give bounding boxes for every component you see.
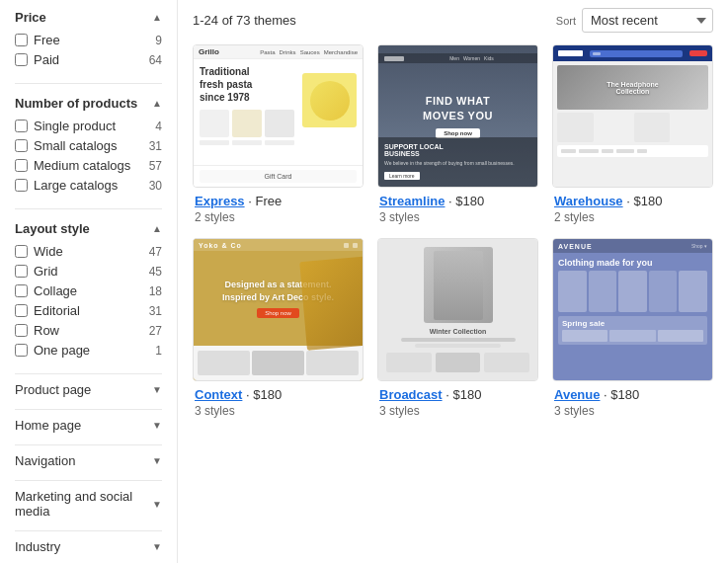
chevron-up-icon-num-products: ▲ — [152, 98, 162, 109]
filter-count-small-catalogs: 31 — [149, 139, 162, 153]
theme-price-warehouse: · $180 — [626, 194, 662, 208]
collapsible-home-page[interactable]: Home page ▼ — [15, 409, 162, 441]
filter-label-wide[interactable]: Wide — [34, 244, 149, 259]
theme-card-avenue[interactable]: AVENUE Shop ▾ Clothing made for you — [552, 238, 713, 418]
theme-thumbnail-express: Grillo Pasta Drinks Sauces Merchandise — [193, 44, 364, 188]
theme-info-warehouse: Warehouse · $180 2 styles — [552, 194, 713, 224]
collapsible-title-industry[interactable]: Industry ▼ — [15, 530, 162, 562]
filter-label-grid[interactable]: Grid — [34, 264, 149, 279]
theme-name-broadcast[interactable]: Broadcast — [379, 387, 443, 402]
checkbox-large-catalogs[interactable] — [15, 179, 28, 192]
theme-name-price-warehouse: Warehouse · $180 — [554, 194, 711, 208]
divider-1 — [15, 83, 162, 84]
checkbox-wide[interactable] — [15, 245, 28, 258]
checkbox-single-product[interactable] — [15, 120, 28, 132]
filter-title-price[interactable]: Price ▲ — [15, 10, 162, 25]
results-count: 1-24 of 73 themes — [193, 13, 296, 28]
checkbox-row[interactable] — [15, 324, 28, 337]
theme-name-price-avenue: Avenue · $180 — [554, 387, 711, 402]
filter-count-paid: 64 — [149, 53, 162, 67]
checkbox-small-catalogs[interactable] — [15, 139, 28, 152]
theme-card-warehouse[interactable]: The HeadphoneCollection — [552, 44, 713, 224]
theme-info-broadcast: Broadcast · $180 3 styles — [377, 387, 538, 418]
theme-price-context: · $180 — [246, 387, 282, 402]
theme-price-express: · Free — [248, 194, 282, 208]
checkbox-editorial[interactable] — [15, 304, 28, 317]
filter-label-large-catalogs[interactable]: Large catalogs — [34, 178, 149, 193]
collapsible-title-marketing[interactable]: Marketing and social media ▼ — [15, 480, 162, 526]
theme-card-context[interactable]: Yoko & Co Designed as a statement.Inspir… — [193, 238, 364, 418]
collapsible-navigation[interactable]: Navigation ▼ — [15, 444, 162, 476]
filter-item-wide: Wide 47 — [15, 244, 162, 259]
filter-item-editorial: Editorial 31 — [15, 303, 162, 318]
theme-name-express[interactable]: Express — [195, 194, 245, 208]
checkbox-one-page[interactable] — [15, 344, 28, 357]
theme-styles-express: 2 styles — [195, 210, 362, 224]
theme-price-streamline: · $180 — [448, 194, 484, 208]
collapsible-industry[interactable]: Industry ▼ — [15, 530, 162, 562]
filter-count-one-page: 1 — [155, 344, 162, 358]
theme-card-express[interactable]: Grillo Pasta Drinks Sauces Merchandise — [193, 44, 364, 224]
filter-label-paid[interactable]: Paid — [34, 52, 149, 67]
filter-label-single[interactable]: Single product — [34, 119, 155, 133]
theme-name-avenue[interactable]: Avenue — [554, 387, 600, 402]
theme-name-warehouse[interactable]: Warehouse — [554, 194, 623, 208]
filter-item-grid: Grid 45 — [15, 264, 162, 279]
checkbox-free[interactable] — [15, 34, 28, 46]
theme-name-context[interactable]: Context — [195, 387, 242, 402]
theme-thumbnail-avenue: AVENUE Shop ▾ Clothing made for you — [552, 238, 713, 381]
filter-title-label-price: Price — [15, 10, 46, 25]
collapsible-product-page[interactable]: Product page ▼ — [15, 373, 162, 405]
themes-grid: Grillo Pasta Drinks Sauces Merchandise — [193, 44, 713, 418]
filter-title-label-layout: Layout style — [15, 221, 90, 236]
filter-item-free: Free 9 — [15, 33, 162, 47]
chevron-down-icon-home-page: ▼ — [152, 420, 162, 431]
theme-info-context: Context · $180 3 styles — [193, 387, 364, 418]
filter-section-price: Price ▲ Free 9 Paid 64 — [15, 10, 162, 67]
theme-name-streamline[interactable]: Streamline — [379, 194, 445, 208]
filter-label-small-catalogs[interactable]: Small catalogs — [34, 138, 149, 153]
page-container: Price ▲ Free 9 Paid 64 Number of product… — [0, 0, 728, 563]
sidebar: Price ▲ Free 9 Paid 64 Number of product… — [0, 0, 178, 563]
filter-title-layout[interactable]: Layout style ▲ — [15, 221, 162, 236]
main-content: 1-24 of 73 themes Sort Most recent Price… — [178, 0, 728, 563]
filter-count-large-catalogs: 30 — [149, 179, 162, 193]
filter-label-editorial[interactable]: Editorial — [34, 303, 149, 318]
filter-label-one-page[interactable]: One page — [34, 343, 155, 358]
checkbox-medium-catalogs[interactable] — [15, 159, 28, 172]
theme-styles-warehouse: 2 styles — [554, 210, 711, 224]
filter-label-medium-catalogs[interactable]: Medium catalogs — [34, 158, 149, 173]
sort-select[interactable]: Most recent Price: low to high Price: hi… — [582, 8, 713, 33]
checkbox-collage[interactable] — [15, 284, 28, 297]
collapsible-marketing[interactable]: Marketing and social media ▼ — [15, 480, 162, 526]
chevron-down-icon-industry: ▼ — [152, 541, 162, 552]
checkbox-grid[interactable] — [15, 265, 28, 278]
collapsible-label-home-page: Home page — [15, 418, 81, 433]
filter-label-collage[interactable]: Collage — [34, 283, 149, 298]
chevron-up-icon-layout: ▲ — [152, 223, 162, 234]
main-header: 1-24 of 73 themes Sort Most recent Price… — [193, 8, 713, 33]
collapsible-label-marketing: Marketing and social media — [15, 489, 152, 519]
filter-label-free[interactable]: Free — [34, 33, 155, 47]
chevron-down-icon-navigation: ▼ — [152, 455, 162, 466]
checkbox-paid[interactable] — [15, 53, 28, 66]
theme-info-streamline: Streamline · $180 3 styles — [377, 194, 538, 224]
filter-item-paid: Paid 64 — [15, 52, 162, 67]
theme-thumbnail-broadcast: Winter Collection — [377, 238, 538, 381]
collapsible-title-product-page[interactable]: Product page ▼ — [15, 373, 162, 405]
collapsible-title-navigation[interactable]: Navigation ▼ — [15, 444, 162, 476]
theme-name-price-context: Context · $180 — [195, 387, 362, 402]
filter-title-num-products[interactable]: Number of products ▲ — [15, 96, 162, 111]
sort-control: Sort Most recent Price: low to high Pric… — [556, 8, 713, 33]
theme-card-streamline[interactable]: FIND WHATMOVES YOU Shop now Men Women Ki… — [377, 44, 538, 224]
theme-card-broadcast[interactable]: Winter Collection Broadcast · $180 — [377, 238, 538, 418]
theme-name-price-express: Express · Free — [195, 194, 362, 208]
filter-label-row[interactable]: Row — [34, 323, 149, 338]
filter-count-grid: 45 — [149, 265, 162, 279]
theme-info-express: Express · Free 2 styles — [193, 194, 364, 224]
theme-thumbnail-context: Yoko & Co Designed as a statement.Inspir… — [193, 238, 364, 381]
collapsible-label-navigation: Navigation — [15, 453, 75, 468]
collapsible-title-home-page[interactable]: Home page ▼ — [15, 409, 162, 441]
chevron-down-icon-product-page: ▼ — [152, 384, 162, 395]
collapsible-label-industry: Industry — [15, 539, 60, 554]
